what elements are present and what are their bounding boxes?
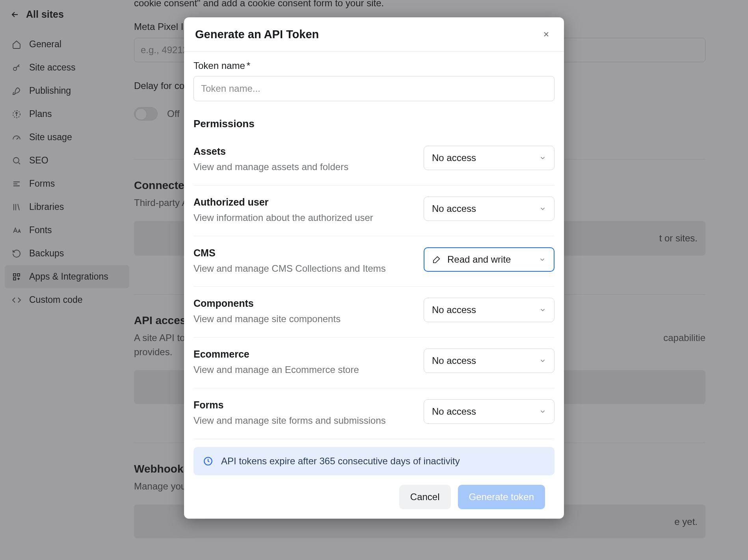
chevron-down-icon — [539, 205, 546, 212]
permission-name: Authorized user — [194, 197, 373, 208]
modal-footer: Cancel Generate token — [194, 475, 554, 519]
permission-row-assets: Assets View and manage assets and folder… — [194, 135, 554, 185]
permission-row-ecommerce: Ecommerce View and manage an Ecommerce s… — [194, 337, 554, 388]
modal-header: Generate an API Token — [184, 17, 564, 52]
permission-value: No access — [432, 152, 476, 163]
modal-overlay[interactable]: Generate an API Token Token name* Permis… — [0, 0, 748, 560]
permission-desc: View and manage site forms and submissio… — [194, 414, 386, 428]
cancel-button[interactable]: Cancel — [399, 485, 451, 509]
chevron-down-icon — [539, 357, 546, 364]
chevron-down-icon — [539, 408, 546, 415]
permission-name: Assets — [194, 146, 348, 157]
pencil-icon — [432, 255, 441, 264]
permission-select-assets[interactable]: No access — [424, 146, 554, 170]
permission-row-components: Components View and manage site componen… — [194, 287, 554, 337]
permission-value: Read and write — [447, 254, 511, 265]
permission-desc: View information about the authorized us… — [194, 211, 373, 225]
chevron-down-icon — [539, 256, 546, 263]
permission-select-ecommerce[interactable]: No access — [424, 349, 554, 373]
token-name-input[interactable] — [194, 76, 554, 101]
generate-api-token-modal: Generate an API Token Token name* Permis… — [184, 17, 564, 519]
permission-name: Ecommerce — [194, 349, 359, 360]
expiry-text: API tokens expire after 365 consecutive … — [221, 456, 460, 467]
chevron-down-icon — [539, 306, 546, 313]
permission-value: No access — [432, 203, 476, 214]
permission-select-components[interactable]: No access — [424, 298, 554, 322]
modal-body: Token name* Permissions Assets View and … — [184, 52, 564, 519]
chevron-down-icon — [539, 154, 546, 161]
permission-name: CMS — [194, 247, 386, 259]
clock-icon — [203, 456, 213, 466]
permission-select-authorized-user[interactable]: No access — [424, 197, 554, 221]
permission-desc: View and manage site components — [194, 312, 341, 326]
permission-select-cms[interactable]: Read and write — [424, 247, 554, 272]
permission-desc: View and manage assets and folders — [194, 160, 348, 174]
permission-value: No access — [432, 355, 476, 366]
permission-name: Components — [194, 298, 341, 309]
expiry-banner: API tokens expire after 365 consecutive … — [194, 447, 554, 475]
permission-desc: View and manage CMS Collections and Item… — [194, 262, 386, 276]
token-name-label: Token name* — [194, 60, 554, 71]
generate-token-button[interactable]: Generate token — [458, 485, 545, 509]
permission-value: No access — [432, 406, 476, 417]
permission-value: No access — [432, 304, 476, 315]
permission-row-cms: CMS View and manage CMS Collections and … — [194, 236, 554, 287]
modal-title: Generate an API Token — [195, 28, 319, 41]
permission-desc: View and manage an Ecommerce store — [194, 363, 359, 377]
permission-name: Forms — [194, 399, 386, 411]
close-button[interactable] — [540, 28, 553, 41]
close-icon — [542, 30, 550, 38]
permission-row-forms: Forms View and manage site forms and sub… — [194, 388, 554, 439]
permission-row-authorized-user: Authorized user View information about t… — [194, 185, 554, 236]
permissions-heading: Permissions — [194, 118, 554, 130]
permission-select-forms[interactable]: No access — [424, 399, 554, 424]
